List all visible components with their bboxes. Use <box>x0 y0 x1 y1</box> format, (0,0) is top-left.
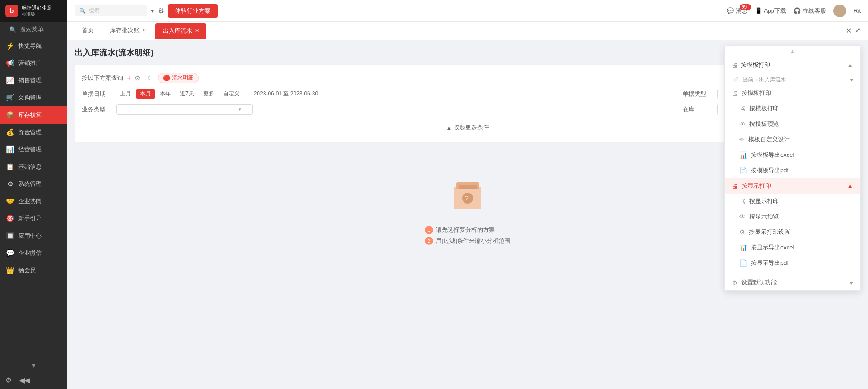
sidebar-item-corp-wechat[interactable]: 💬 企业微信 <box>0 244 67 262</box>
template-preview-item[interactable]: 👁 按模板预览 <box>725 116 860 132</box>
tab-batch-close[interactable]: ✕ <box>142 27 146 33</box>
sidebar-item-system[interactable]: ⚙ 系统管理 <box>0 175 67 193</box>
display-pdf-label: 按显示导出pdf <box>751 259 788 267</box>
section-set-default-header[interactable]: ⚙ 设置默认功能 ▾ <box>725 275 860 290</box>
template-export-pdf-item[interactable]: 📄 按模板导出pdf <box>725 163 860 178</box>
tab-bar-expand-icon[interactable]: ⤢ <box>855 26 861 35</box>
empty-hint-2-text: 用[过滤]条件来缩小分析范围 <box>436 237 510 245</box>
sidebar-item-label: 系统管理 <box>18 180 42 188</box>
display-print-settings-item[interactable]: ⚙ 按显示打印设置 <box>725 224 860 240</box>
service-icon: 🎧 <box>793 7 801 14</box>
sidebar-item-label: 快捷导航 <box>18 42 42 50</box>
dropdown-print-icon: 🖨 <box>732 62 738 69</box>
display-preview-item[interactable]: 👁 按显示预览 <box>725 209 860 224</box>
basic-icon: 📋 <box>5 163 15 171</box>
date-tab-last-month[interactable]: 上月 <box>116 89 135 99</box>
template-export-excel-item[interactable]: 📊 按模板导出excel <box>725 147 860 163</box>
sidebar-settings-icon[interactable]: ⚙ <box>5 376 12 384</box>
topbar-settings-icon[interactable]: ⚙ <box>158 6 164 15</box>
app-icon: 📱 <box>755 7 762 14</box>
sidebar-item-label: 采购管理 <box>18 94 42 102</box>
topbar-search-box[interactable]: 🔍 搜索 <box>75 5 147 16</box>
template-print-item[interactable]: 🖨 按模板打印 <box>725 101 860 116</box>
sidebar-item-finance[interactable]: 💰 资金管理 <box>0 124 67 141</box>
dropdown-current-label: 📄 当前：出入库流水 ▾ <box>725 74 860 85</box>
sidebar-item-guide[interactable]: 🎯 新手引导 <box>0 210 67 227</box>
date-tab-this-year[interactable]: 本年 <box>156 89 175 99</box>
username-label[interactable]: Rit <box>853 7 861 14</box>
date-tabs: 上月 本月 本年 近7天 更多 自定义 <box>116 89 243 99</box>
section-template-print-header[interactable]: 🖨 按模板打印 <box>725 85 860 101</box>
sidebar-search[interactable]: 🔍 搜索菜单 <box>0 22 67 37</box>
tab-home[interactable]: 首页 <box>75 23 101 39</box>
online-service-button[interactable]: 🎧 在线客服 <box>793 7 826 15</box>
sidebar-item-cooperation[interactable]: 🤝 企业协同 <box>0 193 67 210</box>
filter-settings-button[interactable]: ⚙ <box>135 75 140 82</box>
date-tab-7-days[interactable]: 近7天 <box>176 89 198 99</box>
date-tab-this-month[interactable]: 本月 <box>136 89 155 99</box>
template-custom-item[interactable]: ✏ 模板自定义设计 <box>725 132 860 147</box>
sidebar-item-operation[interactable]: 📊 经营管理 <box>0 141 67 158</box>
section-display-icon: 🖨 <box>732 183 738 190</box>
sidebar-item-app-center[interactable]: 🔲 应用中心 <box>0 227 67 244</box>
sidebar-item-vip[interactable]: 👑 畅会员 <box>0 262 67 279</box>
message-button[interactable]: 💬 消息 99+ <box>727 7 748 15</box>
search-placeholder: 搜索 <box>89 7 100 15</box>
section-display-print-header[interactable]: 🖨 按显示打印 ▲ <box>725 178 860 194</box>
display-export-pdf-item[interactable]: 📄 按显示导出pdf <box>725 255 860 271</box>
sidebar: b 畅捷通好生意 标准版 🔍 搜索菜单 ⚡ 快捷导航 📢 营销推广 📈 销售管理… <box>0 0 67 389</box>
business-type-select[interactable]: ▾ <box>116 104 253 115</box>
sidebar-item-quick-nav[interactable]: ⚡ 快捷导航 <box>0 37 67 55</box>
filter-tag-icon: 🔴 <box>163 75 170 81</box>
sidebar-item-sales[interactable]: 📈 销售管理 <box>0 72 67 89</box>
tab-batch-label: 库存批次账 <box>110 26 140 35</box>
trial-button[interactable]: 体验行业方案 <box>168 4 218 18</box>
filter-add-button[interactable]: + <box>127 74 131 82</box>
sidebar-search-label: 搜索菜单 <box>20 25 44 34</box>
tab-bar-controls: ✕ ⤢ <box>846 26 861 35</box>
sidebar-item-label: 新手引导 <box>18 214 42 223</box>
operation-icon: 📊 <box>5 145 15 154</box>
section-default-icon: ⚙ <box>732 279 738 286</box>
display-excel-icon: 📊 <box>739 244 747 251</box>
sidebar-collapse-icon[interactable]: ◀◀ <box>19 376 30 384</box>
tab-flow[interactable]: 出入库流水 ✕ <box>155 23 206 39</box>
sidebar-scroll-down[interactable]: ▼ <box>0 360 67 371</box>
sidebar-item-purchase[interactable]: 🛒 采购管理 <box>0 89 67 106</box>
display-print-item[interactable]: 🖨 按显示打印 <box>725 194 860 209</box>
template-excel-icon: 📊 <box>739 151 747 159</box>
sidebar-nav: ⚡ 快捷导航 📢 营销推广 📈 销售管理 🛒 采购管理 📦 库存核算 💰 资金管… <box>0 37 67 360</box>
sidebar-item-label: 销售管理 <box>18 76 42 85</box>
dropdown-header: 🖨 按模板打印 ▲ <box>725 56 860 74</box>
doc-type-label: 单据类型 <box>683 90 710 98</box>
display-export-excel-item[interactable]: 📊 按显示导出excel <box>725 240 860 255</box>
display-excel-label: 按显示导出excel <box>751 244 794 252</box>
template-pdf-icon: 📄 <box>739 167 747 174</box>
empty-hint-1-text: 请先选择要分析的方案 <box>436 226 495 234</box>
user-avatar[interactable] <box>833 5 846 17</box>
date-tab-custom[interactable]: 自定义 <box>219 89 243 99</box>
dropdown-scroll-up[interactable]: ▲ <box>725 46 860 56</box>
topbar: 🔍 搜索 ▾ ⚙ 体验行业方案 💬 消息 99+ 📱 App下载 🎧 在线客服 … <box>67 0 868 22</box>
template-print-label: 按模板打印 <box>749 105 779 113</box>
tab-bar-close-icon[interactable]: ✕ <box>846 26 852 35</box>
sidebar-item-label: 资金管理 <box>18 128 42 136</box>
topbar-dropdown-icon[interactable]: ▾ <box>151 7 154 14</box>
filter-collapse-button[interactable]: 《 <box>144 74 150 82</box>
sidebar-item-label: 企业微信 <box>18 249 42 257</box>
sidebar-item-inventory[interactable]: 📦 库存核算 <box>0 106 67 124</box>
app-download-button[interactable]: 📱 App下载 <box>755 7 786 15</box>
sidebar-logo: b 畅捷通好生意 标准版 <box>0 0 67 22</box>
business-type-chevron: ▾ <box>239 106 241 112</box>
template-pdf-label: 按模板导出pdf <box>751 166 788 175</box>
template-print-icon: 🖨 <box>739 105 746 112</box>
date-tab-more[interactable]: 更多 <box>200 89 218 99</box>
filter-title: 按以下方案查询 <box>82 74 123 82</box>
tab-flow-close[interactable]: ✕ <box>195 28 199 34</box>
topbar-right: 💬 消息 99+ 📱 App下载 🎧 在线客服 Rit <box>727 5 861 17</box>
sidebar-item-basic[interactable]: 📋 基础信息 <box>0 158 67 175</box>
sidebar-item-marketing[interactable]: 📢 营销推广 <box>0 55 67 72</box>
finance-icon: 💰 <box>5 128 15 136</box>
tab-batch-account[interactable]: 库存批次账 ✕ <box>103 23 154 39</box>
print-dropdown-panel: ▲ 🖨 按模板打印 ▲ 📄 当前：出入库流水 ▾ 🖨 按模板打印 🖨 按模板打印… <box>724 45 861 291</box>
